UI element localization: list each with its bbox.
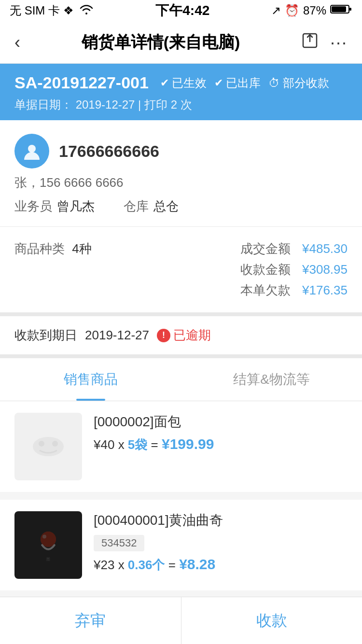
location-icon: ↗ [271, 4, 281, 17]
svg-point-6 [39, 441, 44, 447]
status-time: 下午4:42 [155, 1, 209, 20]
overdue-tag: ! 已逾期 [157, 327, 211, 344]
status-bar: 无 SIM 卡 ❖ 下午4:42 ↗ ⏰ 87% [0, 0, 362, 21]
customer-name: 张，156 6666 6666 [14, 174, 348, 191]
warehouse-label: 仓库 [124, 198, 149, 215]
customer-meta: 业务员 曾凡杰 仓库 总仓 [14, 198, 348, 215]
banner-row1: SA-20191227-001 ✔ 已生效 ✔ 已出库 ⏱ 部分收款 [14, 73, 348, 92]
transaction-amount: ¥485.30 [302, 241, 348, 256]
cancel-review-button[interactable]: 弃审 [0, 597, 181, 644]
overdue-label: 已逾期 [173, 327, 211, 344]
transaction-label: 成交金额 [240, 240, 291, 257]
due-date-value: 2019-12-27 [85, 328, 149, 343]
status-tag-shipped: ✔ 已出库 [214, 75, 261, 91]
product-multiply-2: x [118, 558, 128, 572]
page-title: 销货单详情(来自电脑) [82, 31, 240, 54]
pay-button[interactable]: 收款 [181, 597, 362, 644]
header-banner: SA-20191227-001 ✔ 已生效 ✔ 已出库 ⏱ 部分收款 单据日期：… [0, 64, 362, 120]
debt-amount: ¥176.35 [302, 283, 348, 298]
warehouse-value: 总仓 [153, 198, 179, 215]
product-price-1: ¥40 x 5袋 = ¥199.99 [94, 436, 348, 453]
product-multiply-1: x [118, 437, 128, 452]
product-info-1: [0000002]面包 ¥40 x 5袋 = ¥199.99 [94, 413, 348, 453]
transaction-row: 成交金额 ¥485.30 [240, 240, 348, 257]
more-button[interactable]: ··· [330, 32, 348, 53]
received-row: 收款金额 ¥308.95 [240, 261, 348, 278]
product-types-label: 商品种类 [14, 241, 65, 256]
product-quantity-1: 5袋 [128, 437, 147, 452]
check-icon-2: ✔ [214, 77, 223, 89]
bottom-bar: 弃审 收款 [0, 597, 362, 644]
list-item: 图 [000400001]黄油曲奇 534532 ¥23 x 0.36个 = ¥… [0, 500, 362, 590]
status-tag-effective: ✔ 已生效 [160, 75, 207, 91]
summary-left: 商品种类 4种 [14, 240, 92, 257]
product-types-value: 4种 [72, 241, 91, 256]
customer-section: 17666666666 张，156 6666 6666 业务员 曾凡杰 仓库 总… [0, 120, 362, 227]
tabs: 销售商品 结算&物流等 [0, 358, 362, 401]
battery-label: 87% [303, 4, 326, 17]
product-base-price-2: ¥23 [94, 558, 114, 572]
nav-icons: ··· [301, 32, 348, 53]
status-shipped-label: 已出库 [226, 75, 261, 91]
tab-products[interactable]: 销售商品 [0, 358, 181, 401]
sim-label: 无 SIM 卡 ❖ [10, 3, 74, 18]
svg-text:图: 图 [46, 557, 50, 561]
status-left: 无 SIM 卡 ❖ [10, 3, 94, 18]
check-icon-1: ✔ [160, 77, 169, 89]
svg-point-10 [42, 534, 46, 538]
product-total-1: ¥199.99 [162, 436, 214, 452]
summary-section: 商品种类 4种 成交金额 ¥485.30 收款金额 ¥308.95 本单欠款 ¥… [0, 227, 362, 316]
product-quantity-2: 0.36个 [128, 558, 165, 572]
pay-label: 收款 [256, 610, 287, 631]
status-effective-label: 已生效 [172, 75, 207, 91]
wifi-icon [79, 4, 94, 17]
status-partial-label: 部分收款 [283, 75, 329, 91]
tab-settlement-label: 结算&物流等 [233, 370, 310, 389]
product-name-2: [000400001]黄油曲奇 [94, 511, 348, 530]
product-badge-2: 534532 [94, 535, 144, 551]
svg-rect-2 [349, 8, 351, 11]
doc-date-value: 2019-12-27 [76, 98, 135, 111]
status-tags: ✔ 已生效 ✔ 已出库 ⏱ 部分收款 [160, 75, 329, 91]
product-equal-1: = [151, 437, 162, 452]
status-tag-partial: ⏱ 部分收款 [268, 75, 329, 91]
doc-date-label: 单据日期： [14, 98, 72, 111]
order-id: SA-20191227-001 [14, 73, 149, 92]
summary-right: 成交金额 ¥485.30 收款金额 ¥308.95 本单欠款 ¥176.35 [240, 240, 348, 299]
product-base-price-1: ¥40 [94, 437, 114, 452]
salesperson-label: 业务员 [14, 198, 52, 215]
tab-products-label: 销售商品 [64, 370, 118, 389]
due-section: 收款到期日 2019-12-27 ! 已逾期 [0, 316, 362, 358]
share-button[interactable] [301, 32, 319, 53]
meta-salesperson: 业务员 曾凡杰 [14, 198, 95, 215]
avatar [14, 134, 49, 168]
print-info: | 打印 2 次 [138, 98, 192, 111]
debt-row: 本单欠款 ¥176.35 [240, 282, 348, 299]
product-price-2: ¥23 x 0.36个 = ¥8.28 [94, 556, 348, 574]
product-equal-2: = [168, 558, 179, 572]
list-item: [0000002]面包 ¥40 x 5袋 = ¥199.99 [0, 401, 362, 492]
back-button[interactable]: ‹ [14, 32, 20, 53]
banner-doc-info: 单据日期： 2019-12-27 | 打印 2 次 [14, 97, 348, 112]
meta-warehouse: 仓库 总仓 [124, 198, 179, 215]
salesperson-value: 曾凡杰 [57, 198, 95, 215]
debt-label: 本单欠款 [240, 282, 291, 299]
product-total-2: ¥8.28 [179, 556, 215, 572]
tab-settlement[interactable]: 结算&物流等 [181, 358, 362, 401]
svg-point-4 [28, 145, 36, 153]
due-date-label: 收款到期日 [14, 327, 77, 344]
overdue-icon: ! [157, 329, 170, 342]
customer-id: 17666666666 [59, 142, 159, 161]
product-thumbnail-1 [14, 413, 82, 480]
svg-point-7 [52, 441, 58, 447]
clock-icon: ⏱ [268, 76, 280, 90]
product-info-2: [000400001]黄油曲奇 534532 ¥23 x 0.36个 = ¥8.… [94, 511, 348, 574]
cancel-review-label: 弃审 [75, 610, 106, 631]
received-amount: ¥308.95 [302, 262, 348, 277]
customer-row: 17666666666 [14, 134, 348, 168]
svg-rect-1 [332, 6, 346, 12]
nav-bar: ‹ 销货单详情(来自电脑) ··· [0, 21, 362, 64]
alarm-icon: ⏰ [285, 4, 299, 17]
received-label: 收款金额 [240, 261, 291, 278]
product-thumbnail-2: 图 [14, 511, 82, 579]
